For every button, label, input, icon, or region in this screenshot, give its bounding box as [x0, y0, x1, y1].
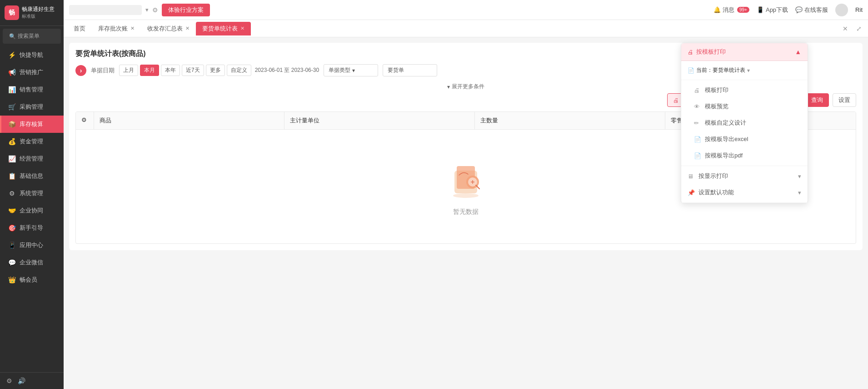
table-col-goods: 商品	[94, 112, 284, 129]
online-service-btn[interactable]: 💬 在线客服	[795, 6, 828, 14]
display-print-icon: 🖥	[688, 173, 695, 180]
page-card: 要货单统计表(按商品) › 单据日期 上月 本月 本年 近7天 更多 自定义 2…	[69, 43, 863, 250]
search-icon: 🔍	[9, 33, 16, 40]
tab-stock-summary[interactable]: 收发存汇总表 ✕	[141, 22, 196, 35]
tab-expand-btn[interactable]: ⤢	[853, 23, 864, 34]
sidebar-item-purchase[interactable]: 🛒 采购管理	[0, 98, 64, 116]
default-func-icon: 📌	[688, 189, 695, 196]
help-bottom-icon[interactable]: 🔊	[18, 377, 25, 384]
sidebar-bottom: ⚙ 🔊	[0, 372, 64, 389]
table-col-quantity: 主数量	[475, 112, 665, 129]
settings-bottom-icon[interactable]: ⚙	[6, 377, 12, 384]
dropdown-sub-display-print[interactable]: 🖥 按显示打印 ▾	[681, 168, 808, 184]
empty-text: 暂无数据	[453, 208, 479, 216]
app-name: 畅康通好生意	[22, 6, 55, 13]
tab-close-order-stats[interactable]: ✕	[240, 25, 244, 31]
dropdown-print-icon: 🖨	[688, 49, 693, 56]
purchase-icon: 🛒	[8, 103, 16, 111]
dropdown-item-export-excel[interactable]: 📄 按模板导出excel	[681, 131, 808, 147]
tab-inventory-batch[interactable]: 库存批次账 ✕	[92, 22, 141, 35]
trial-button[interactable]: 体验行业方案	[162, 4, 210, 16]
avatar[interactable]	[835, 4, 848, 16]
user-name: Rit	[855, 6, 863, 13]
svg-point-0	[453, 193, 479, 198]
current-arrow-icon: ▾	[747, 67, 750, 74]
app-logo-icon: 畅	[5, 5, 19, 20]
dropdown-item-template-design[interactable]: ✏ 模板自定义设计	[681, 115, 808, 131]
sidebar-item-inventory[interactable]: 📦 库存核算	[0, 116, 64, 133]
sidebar-item-marketing[interactable]: 📢 营销推广	[0, 64, 64, 81]
topbar-gear-icon[interactable]: ⚙	[152, 6, 158, 14]
wechat-icon: 💬	[8, 259, 16, 266]
sidebar-item-system[interactable]: ⚙ 系统管理	[0, 185, 64, 202]
sidebar-item-shortcuts[interactable]: ⚡ 快捷导航	[0, 46, 64, 64]
tab-home[interactable]: 首页	[67, 22, 92, 35]
select-arrow-icon: ▾	[352, 67, 355, 74]
query-btn[interactable]: 查询	[805, 93, 829, 107]
date-filter-label: 单据日期	[91, 66, 115, 75]
app-version: 标准版	[22, 13, 55, 20]
date-btn-more[interactable]: 更多	[206, 65, 225, 76]
shortcuts-icon: ⚡	[8, 51, 16, 59]
messages-btn[interactable]: 🔔 消息 99+	[713, 6, 749, 14]
dropdown-header: 🖨 按模板打印 ▲	[681, 43, 808, 61]
date-range-display: 2023-06-01 至 2023-06-30	[255, 66, 319, 74]
date-btn-custom[interactable]: 自定义	[227, 65, 251, 76]
operations-icon: 📈	[8, 155, 16, 162]
topbar-search-input[interactable]	[69, 5, 142, 15]
table-col-settings[interactable]: ⚙	[76, 112, 94, 129]
topbar-dropdown-arrow[interactable]: ▾	[145, 6, 149, 13]
goods-label: 要货单	[388, 66, 404, 74]
dropdown-sub-default-func[interactable]: 📌 设置默认功能 ▾	[681, 184, 808, 201]
finance-icon: 💰	[8, 138, 16, 145]
date-btn-this-year[interactable]: 本年	[161, 65, 180, 76]
goods-filter-input[interactable]: 要货单	[383, 64, 437, 76]
tabs-bar: 首页 库存批次账 ✕ 收发存汇总表 ✕ 要货单统计表 ✕ ✕ ⤢	[64, 20, 868, 37]
order-type-select[interactable]: 单据类型 ▾	[324, 64, 378, 76]
sidebar-item-sales[interactable]: 📊 销售管理	[0, 81, 64, 98]
dropdown-sub-section: 🖥 按显示打印 ▾ 📌 设置默认功能 ▾	[681, 166, 808, 203]
tab-close-stock-summary[interactable]: ✕	[185, 25, 190, 31]
app-download-btn[interactable]: 📱 App下载	[757, 6, 788, 14]
sub-arrow-right-icon2: ▾	[798, 189, 801, 196]
topbar-right: 🔔 消息 99+ 📱 App下载 💬 在线客服 Rit	[713, 4, 863, 16]
template-design-icon: ✏	[694, 120, 701, 126]
expand-more-icon: ▾	[447, 84, 450, 90]
print-icon: 🖨	[673, 97, 679, 104]
content-area: 要货单统计表(按商品) › 单据日期 上月 本月 本年 近7天 更多 自定义 2…	[64, 37, 868, 389]
tabs-right-controls: ✕ ⤢	[840, 23, 864, 34]
date-btn-last-month[interactable]: 上月	[119, 65, 138, 76]
messages-badge: 99+	[737, 7, 749, 13]
sidebar-item-wechat[interactable]: 💬 企业微信	[0, 254, 64, 271]
sidebar-item-member[interactable]: 👑 畅会员	[0, 271, 64, 288]
empty-illustration	[443, 157, 489, 202]
date-btn-7days[interactable]: 近7天	[182, 65, 204, 76]
tab-close-inventory-batch[interactable]: ✕	[130, 25, 135, 31]
dropdown-item-export-pdf[interactable]: 📄 按模板导出pdf	[681, 147, 808, 164]
sidebar-item-operations[interactable]: 📈 经营管理	[0, 150, 64, 167]
settings-btn[interactable]: 设置	[833, 93, 856, 107]
sidebar-item-apps[interactable]: 📱 应用中心	[0, 237, 64, 254]
guide-icon: 🎯	[8, 224, 16, 232]
date-btn-this-month[interactable]: 本月	[140, 65, 159, 76]
download-icon: 📱	[757, 6, 764, 13]
marketing-icon: 📢	[8, 69, 16, 76]
sidebar-item-finance[interactable]: 💰 资金管理	[0, 133, 64, 150]
sidebar-item-basic-info[interactable]: 📋 基础信息	[0, 167, 64, 185]
sidebar-item-guide[interactable]: 🎯 新手引导	[0, 219, 64, 237]
service-icon: 💬	[795, 6, 803, 13]
tab-order-stats[interactable]: 要货单统计表 ✕	[196, 22, 251, 35]
system-icon: ⚙	[8, 190, 16, 197]
dropdown-collapse-icon[interactable]: ▲	[795, 48, 801, 56]
dropdown-item-template-print[interactable]: 🖨 模板打印	[681, 82, 808, 98]
chevron-right-icon: ›	[80, 67, 82, 74]
tab-close-all-btn[interactable]: ✕	[840, 23, 851, 34]
template-print-icon: 🖨	[694, 87, 701, 94]
dropdown-item-template-preview[interactable]: 👁 模板预览	[681, 98, 808, 115]
sidebar-item-collab[interactable]: 🤝 企业协同	[0, 202, 64, 219]
filter-expand-button[interactable]: ›	[75, 65, 86, 76]
sidebar-nav: ⚡ 快捷导航 📢 营销推广 📊 销售管理 🛒 采购管理 📦 库存核算 💰 资金管…	[0, 46, 64, 372]
table-settings-icon[interactable]: ⚙	[81, 116, 87, 123]
sidebar-search[interactable]: 🔍 搜索菜单	[3, 29, 61, 44]
inventory-icon: 📦	[8, 121, 16, 128]
